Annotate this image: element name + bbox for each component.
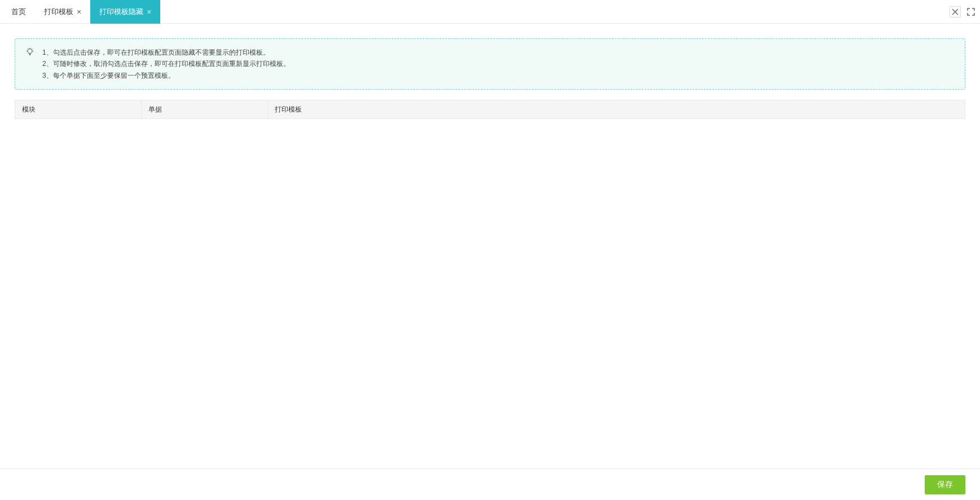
tab-label: 打印模板: [44, 7, 73, 17]
tip-box: 1、勾选后点击保存，即可在打印模板配置页面隐藏不需要显示的打印模板。 2、可随时…: [15, 38, 965, 90]
close-icon[interactable]: ×: [77, 8, 81, 16]
tip-line: 2、可随时修改，取消勾选点击保存，即可在打印模板配置页面重新显示打印模板。: [42, 58, 290, 69]
table-header: 模块 单据 打印模板: [15, 100, 965, 118]
expand-icon: [967, 8, 975, 16]
save-button[interactable]: 保存: [925, 475, 965, 494]
column-header-document: 单据: [142, 100, 268, 118]
tip-line: 3、每个单据下面至少要保留一个预置模板。: [42, 70, 290, 81]
tab-print-template[interactable]: 打印模板 ×: [35, 0, 90, 24]
tab-label: 首页: [11, 7, 26, 17]
close-all-button[interactable]: [950, 6, 961, 17]
svg-line-8: [28, 48, 28, 49]
close-icon[interactable]: ×: [147, 8, 151, 16]
fullscreen-button[interactable]: [965, 6, 977, 17]
svg-line-9: [32, 48, 33, 49]
tip-line: 1、勾选后点击保存，即可在打印模板配置页面隐藏不需要显示的打印模板。: [42, 47, 290, 58]
tip-text: 1、勾选后点击保存，即可在打印模板配置页面隐藏不需要显示的打印模板。 2、可随时…: [42, 47, 290, 81]
footer-bar: 保存: [0, 468, 980, 500]
close-icon: [952, 8, 959, 15]
column-header-template: 打印模板: [268, 100, 965, 118]
tab-bar: 首页 打印模板 × 打印模板隐藏 ×: [0, 0, 980, 24]
tab-print-template-hide[interactable]: 打印模板隐藏 ×: [90, 0, 160, 24]
tab-home[interactable]: 首页: [2, 0, 35, 24]
tab-actions: [950, 6, 977, 17]
lightbulb-icon: [25, 47, 34, 58]
svg-point-2: [28, 49, 32, 54]
template-table: 模块 单据 打印模板: [15, 100, 965, 119]
column-header-module: 模块: [15, 100, 142, 118]
content-area: 1、勾选后点击保存，即可在打印模板配置页面隐藏不需要显示的打印模板。 2、可随时…: [0, 24, 980, 134]
tab-label: 打印模板隐藏: [99, 7, 143, 17]
